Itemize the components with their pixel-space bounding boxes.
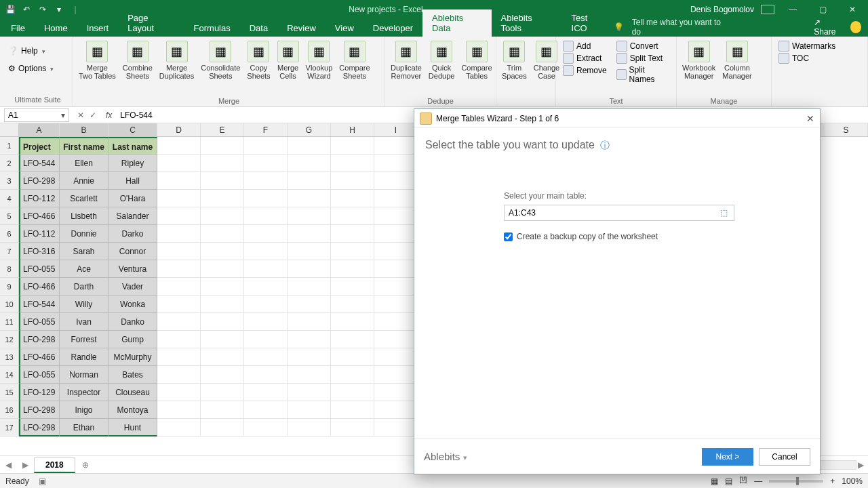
trim-spaces-button[interactable]: ▦TrimSpaces xyxy=(499,39,530,81)
cell[interactable] xyxy=(374,207,418,225)
cell[interactable]: LFO-466 xyxy=(19,207,60,225)
col-header-S[interactable]: S xyxy=(825,123,868,136)
name-box[interactable]: A1▾ xyxy=(4,108,69,122)
close-button[interactable]: ✕ xyxy=(841,3,864,16)
cell[interactable]: Bates xyxy=(108,366,157,384)
tab-data[interactable]: Data xyxy=(240,20,277,37)
cancel-button[interactable]: Cancel xyxy=(759,448,810,466)
cell[interactable]: Clouseau xyxy=(108,384,157,401)
row-header[interactable]: 5 xyxy=(0,207,19,225)
cell[interactable]: LFO-055 xyxy=(19,366,60,384)
compare-sheets-button[interactable]: ▦CompareSheets xyxy=(336,39,372,81)
col-header-B[interactable]: B xyxy=(60,123,108,136)
cell[interactable]: First name xyxy=(60,137,108,155)
cell[interactable] xyxy=(288,348,331,366)
cell[interactable]: Hall xyxy=(108,172,157,190)
cell[interactable] xyxy=(374,296,418,313)
cell[interactable] xyxy=(374,313,418,331)
cell[interactable] xyxy=(288,296,331,313)
cell[interactable] xyxy=(244,137,288,155)
cell[interactable]: LFO-298 xyxy=(19,401,60,419)
cell[interactable] xyxy=(374,278,418,296)
cell[interactable] xyxy=(157,296,201,313)
cell[interactable] xyxy=(288,419,331,436)
view-normal-icon[interactable]: ▦ xyxy=(711,476,718,486)
cell[interactable]: Ellen xyxy=(60,155,108,172)
redo-icon[interactable]: ↷ xyxy=(37,3,49,16)
macro-record-icon[interactable]: ▣ xyxy=(39,476,46,486)
cell[interactable] xyxy=(157,260,201,278)
row-header[interactable]: 10 xyxy=(0,296,19,313)
zoom-slider[interactable] xyxy=(769,480,823,483)
cell[interactable]: Salander xyxy=(108,207,157,225)
cell[interactable] xyxy=(244,190,288,207)
col-header-A[interactable]: A xyxy=(19,123,60,136)
cell[interactable]: LFO-298 xyxy=(19,172,60,190)
merge-duplicates-button[interactable]: ▦MergeDuplicates xyxy=(157,39,197,81)
cell[interactable] xyxy=(244,207,288,225)
extract-button[interactable]: Extract xyxy=(563,53,607,64)
cell[interactable] xyxy=(374,401,418,419)
cell[interactable] xyxy=(288,225,331,243)
scroll-right-icon[interactable]: ▶ xyxy=(858,460,864,470)
happy-face-icon[interactable] xyxy=(850,21,861,33)
cell[interactable] xyxy=(331,207,374,225)
cell[interactable] xyxy=(201,313,244,331)
row-header[interactable]: 17 xyxy=(0,419,19,436)
cell[interactable]: Inspector xyxy=(60,384,108,401)
cell[interactable]: Annie xyxy=(60,172,108,190)
maximize-button[interactable]: ▢ xyxy=(811,3,834,16)
cell[interactable]: LFO-298 xyxy=(19,331,60,348)
cell[interactable]: Ripley xyxy=(108,155,157,172)
cell[interactable] xyxy=(201,207,244,225)
dialog-brand[interactable]: Ablebits ▾ xyxy=(424,451,467,462)
tab-review[interactable]: Review xyxy=(277,20,326,37)
col-header-C[interactable]: C xyxy=(108,123,157,136)
cell[interactable] xyxy=(288,207,331,225)
cell[interactable] xyxy=(288,137,331,155)
cell[interactable] xyxy=(244,155,288,172)
cell[interactable]: LFO-112 xyxy=(19,225,60,243)
cell[interactable]: Ivan xyxy=(60,313,108,331)
cell[interactable]: Randle xyxy=(60,348,108,366)
cell[interactable] xyxy=(157,401,201,419)
copy-sheets-button[interactable]: ▦CopySheets xyxy=(244,39,273,81)
combine-sheets-button[interactable]: ▦CombineSheets xyxy=(120,39,155,81)
row-header[interactable]: 2 xyxy=(0,155,19,172)
cell[interactable] xyxy=(374,172,418,190)
cell[interactable] xyxy=(244,313,288,331)
cell[interactable] xyxy=(331,384,374,401)
cell[interactable] xyxy=(244,243,288,260)
cell[interactable] xyxy=(374,260,418,278)
cell[interactable]: Montoya xyxy=(108,401,157,419)
cell[interactable] xyxy=(331,348,374,366)
col-header-H[interactable]: H xyxy=(331,123,374,136)
merge-cells-button[interactable]: ▦MergeCells xyxy=(275,39,302,81)
cell[interactable] xyxy=(331,419,374,436)
cell[interactable] xyxy=(331,172,374,190)
cancel-formula-icon[interactable]: ✕ xyxy=(77,110,84,120)
cell[interactable]: Gump xyxy=(108,331,157,348)
cell[interactable]: LFO-129 xyxy=(19,384,60,401)
cell[interactable]: Inigo xyxy=(60,401,108,419)
row-header[interactable]: 14 xyxy=(0,366,19,384)
add-button[interactable]: Add xyxy=(563,41,607,52)
cell[interactable]: Willy xyxy=(60,296,108,313)
cell[interactable] xyxy=(288,384,331,401)
cell[interactable] xyxy=(288,313,331,331)
cell[interactable] xyxy=(201,225,244,243)
cell[interactable]: Ethan xyxy=(60,419,108,436)
row-header[interactable]: 4 xyxy=(0,190,19,207)
cell[interactable] xyxy=(374,190,418,207)
options-dropdown[interactable]: ⚙Options xyxy=(7,60,68,77)
cell[interactable]: LFO-316 xyxy=(19,243,60,260)
cell[interactable] xyxy=(244,278,288,296)
share-button[interactable]: ↗ Share xyxy=(814,18,842,37)
cell[interactable] xyxy=(288,155,331,172)
tab-insert[interactable]: Insert xyxy=(77,20,119,37)
accept-formula-icon[interactable]: ✓ xyxy=(90,110,96,120)
cell[interactable] xyxy=(288,260,331,278)
fx-icon[interactable]: fx xyxy=(102,110,116,120)
sheet-tab-2018[interactable]: 2018 xyxy=(34,458,75,473)
cell[interactable] xyxy=(201,190,244,207)
